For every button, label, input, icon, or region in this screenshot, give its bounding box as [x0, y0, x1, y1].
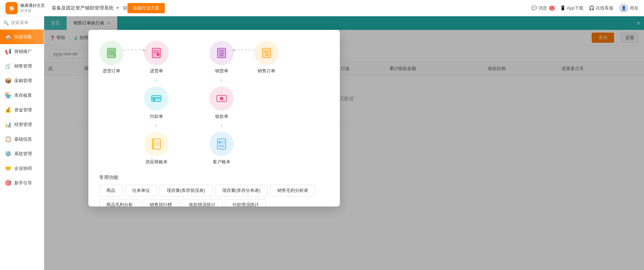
func-counterpart[interactable]: 往来单位	[125, 185, 157, 196]
customer-ledger-node[interactable]: ↓ 客户账本	[209, 122, 234, 165]
logo-icon: 畅	[5, 2, 18, 14]
system-icon: ⚙️	[5, 150, 12, 157]
payment-circle	[144, 86, 169, 111]
svg-rect-33	[219, 145, 224, 147]
sidebar-item-marketing[interactable]: 📢 营销推广	[0, 44, 44, 59]
receipt-node[interactable]: ↓ ¥ 收款单	[209, 77, 234, 120]
sale-label: 销货单	[215, 68, 228, 74]
logo-text: 畅康通好生意 标准版	[20, 3, 45, 13]
search-menu-button[interactable]: 🔍 搜索菜单	[0, 16, 44, 30]
func-inventory-dist[interactable]: 现存量(库存分布表)	[215, 185, 268, 196]
func-sales-ranking[interactable]: 销售排行榜	[143, 199, 179, 206]
func-inventory-status[interactable]: 现存量(库存状况表)	[160, 185, 212, 196]
receipt-circle: ¥	[209, 86, 234, 111]
func-receipt-stats[interactable]: 收款情况统计	[182, 199, 223, 206]
customer-ledger-circle	[209, 132, 234, 156]
func-payment-stats[interactable]: 付款情况统计	[225, 199, 266, 206]
sidebar-item-sales[interactable]: 🛒 销售管理	[0, 59, 44, 73]
sidebar-item-system[interactable]: ⚙️ 系统管理	[0, 146, 44, 161]
func-sales-margin[interactable]: 销售毛利分析表	[270, 185, 315, 196]
quick-nav-icon: 🏠	[5, 34, 12, 40]
purchase-node[interactable]: ✓ 进货单	[144, 41, 169, 74]
logo-area: 畅 畅康通好生意 标准版	[5, 2, 45, 14]
online-service-button[interactable]: 🎧 在线客服	[589, 5, 613, 11]
payment-label: 付款单	[150, 113, 163, 120]
sale-circle	[209, 41, 234, 65]
svg-text:畅: 畅	[10, 6, 14, 11]
customer-ledger-label: 客户账本	[213, 159, 230, 165]
func-product-margin[interactable]: 商品毛利分析	[99, 199, 140, 206]
purchase-icon: 📦	[5, 77, 12, 84]
flow-section: 进货订单 ▶ ✓	[99, 41, 329, 165]
sale-order-circle	[254, 41, 279, 65]
supplier-ledger-label: 供应商账本	[145, 159, 168, 165]
sidebar-item-quick-nav[interactable]: 🏠 快捷导航	[0, 30, 44, 44]
message-icon: 💬	[532, 5, 537, 11]
function-buttons-grid: 商品 往来单位 现存量(库存状况表) 现存量(库存分布表) 销售毛利分析表 商品…	[99, 185, 329, 206]
guide-icon: 🎯	[5, 180, 12, 186]
service-icon: 🎧	[589, 5, 594, 11]
svg-rect-2	[107, 48, 116, 58]
purchase-order-circle	[99, 41, 124, 65]
purchase-label: 进货单	[150, 68, 163, 74]
svg-rect-16	[262, 48, 271, 58]
supplier-ledger-circle	[144, 132, 169, 156]
marketing-icon: 📢	[5, 48, 12, 55]
system-title: 装备及固定资产辅助管理系统	[52, 5, 114, 11]
common-functions-title: 常用功能	[99, 175, 329, 181]
common-functions-section: 常用功能 商品 往来单位 现存量(库存状况表) 现存量(库存分布表) 销售毛利分…	[99, 175, 329, 206]
svg-text:✓: ✓	[157, 54, 159, 57]
svg-text:¥: ¥	[220, 97, 223, 100]
svg-rect-15	[220, 55, 224, 56]
message-button[interactable]: 💬 消息 6	[532, 5, 555, 11]
sidebar-item-operations[interactable]: 📊 经营管理	[0, 117, 44, 132]
app-download-button[interactable]: 📱 App下载	[560, 5, 584, 11]
flow-modal: 进货订单 ▶ ✓	[88, 30, 340, 206]
sales-icon: 🛒	[5, 63, 12, 69]
message-badge: 6	[549, 6, 555, 11]
svg-rect-27	[152, 139, 154, 149]
func-product[interactable]: 商品	[99, 185, 122, 196]
sidebar-item-guide[interactable]: 🎯 新手引导	[0, 176, 44, 190]
purchase-order-label: 进货订单	[103, 68, 120, 74]
svg-rect-19	[266, 54, 268, 56]
supplier-ledger-node[interactable]: ↓ 供应商账本	[144, 122, 169, 165]
dropdown-arrow-icon[interactable]: ▼	[116, 5, 120, 11]
finance-icon: 💰	[5, 107, 12, 113]
svg-point-32	[219, 141, 221, 144]
modal-overlay[interactable]: 进货订单 ▶ ✓	[44, 16, 644, 270]
enterprise-icon: 🤝	[5, 165, 12, 172]
content-area: 首页 销售订单执行表 ✕ ✕ ❓ 帮助 🖨 按模板打印 ▼	[44, 16, 644, 270]
sidebar-item-purchase[interactable]: 📦 采购管理	[0, 73, 44, 88]
svg-rect-31	[217, 139, 226, 149]
purchase-order-node[interactable]: 进货订单	[99, 41, 124, 74]
inventory-icon: 🏪	[5, 92, 12, 98]
user-avatar-button[interactable]: 👤 用友	[619, 3, 639, 13]
operations-icon: 📊	[5, 121, 12, 128]
settings-button[interactable]: ⚙	[123, 5, 127, 11]
purchase-circle: ✓	[144, 41, 169, 65]
phone-icon: 📱	[560, 5, 565, 11]
svg-rect-21	[152, 97, 161, 99]
basic-info-icon: 📋	[5, 136, 12, 142]
payment-node[interactable]: ↓ 付款单	[144, 77, 169, 120]
receipt-label: 收款单	[215, 113, 228, 120]
sidebar-item-basic-info[interactable]: 📋 基础信息	[0, 132, 44, 146]
sidebar-item-enterprise[interactable]: 🤝 企业协同	[0, 161, 44, 176]
experience-button[interactable]: 体验行业方案	[127, 3, 165, 13]
topbar-right: 💬 消息 6 📱 App下载 🎧 在线客服 👤 用友	[532, 3, 639, 13]
avatar-icon: 👤	[619, 3, 628, 13]
search-icon: 🔍	[3, 20, 9, 25]
sale-order-label: 销售订单	[258, 68, 275, 74]
svg-point-22	[153, 99, 155, 101]
sidebar: 🔍 搜索菜单 🏠 快捷导航 📢 营销推广 🛒 销售管理 📦 采购管理 🏪	[0, 16, 44, 270]
sale-order-node[interactable]: 销售订单	[254, 41, 279, 74]
sidebar-item-finance[interactable]: 💰 资金管理	[0, 103, 44, 117]
sale-node[interactable]: 销货单	[209, 41, 234, 74]
sidebar-item-inventory[interactable]: 🏪 库存核算	[0, 88, 44, 103]
